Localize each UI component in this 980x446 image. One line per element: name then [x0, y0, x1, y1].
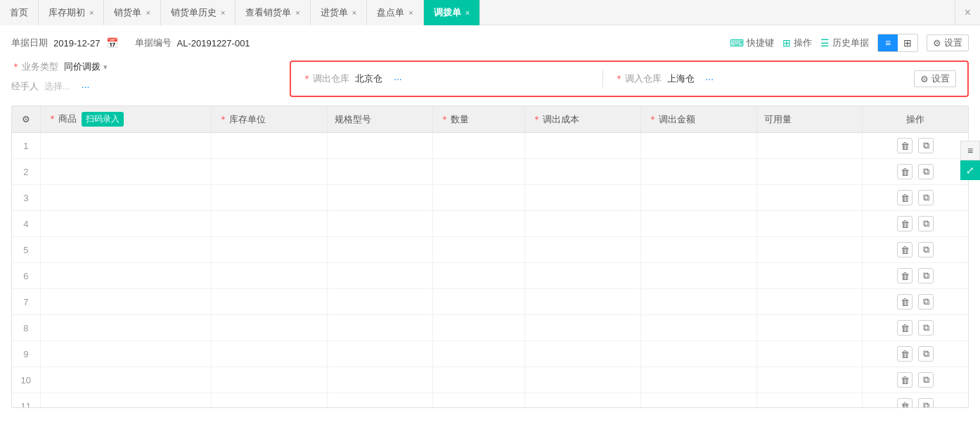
- spec-cell-5[interactable]: [327, 237, 432, 263]
- in-warehouse-more-button[interactable]: ···: [706, 73, 714, 84]
- delete-icon-8[interactable]: 🗑: [897, 320, 913, 336]
- copy-icon-4[interactable]: ⧉: [918, 216, 934, 231]
- spec-cell-9[interactable]: [327, 341, 432, 367]
- delete-icon-11[interactable]: 🗑: [897, 398, 913, 408]
- cost-cell-7[interactable]: [525, 289, 641, 315]
- copy-icon-7[interactable]: ⧉: [918, 294, 934, 310]
- qty-cell-2[interactable]: [432, 159, 524, 185]
- amount-cell-11[interactable]: [641, 393, 757, 409]
- tab-view-sales[interactable]: 查看销货单 ×: [236, 0, 310, 25]
- qty-cell-3[interactable]: [432, 185, 524, 211]
- spec-cell-1[interactable]: [327, 133, 432, 159]
- cost-cell-1[interactable]: [525, 133, 641, 159]
- tab-sales-history[interactable]: 销货单历史 ×: [161, 0, 236, 25]
- copy-icon-10[interactable]: ⧉: [918, 372, 934, 388]
- unit-cell-5[interactable]: [211, 237, 327, 263]
- product-cell-5[interactable]: [40, 237, 211, 263]
- delete-icon-9[interactable]: 🗑: [897, 346, 913, 362]
- tab-close-inventory-init[interactable]: ×: [89, 8, 94, 17]
- unit-cell-1[interactable]: [211, 133, 327, 159]
- amount-cell-4[interactable]: [641, 211, 757, 237]
- calendar-icon[interactable]: 📅: [106, 37, 118, 49]
- history-action[interactable]: ☰ 历史单据: [820, 37, 869, 49]
- delete-icon-4[interactable]: 🗑: [897, 216, 913, 231]
- delete-icon-2[interactable]: 🗑: [897, 164, 913, 179]
- product-cell-8[interactable]: [40, 315, 211, 341]
- qty-cell-8[interactable]: [432, 315, 524, 341]
- amount-cell-7[interactable]: [641, 289, 757, 315]
- out-warehouse-more-button[interactable]: ···: [394, 73, 402, 84]
- tab-close-inventory-check[interactable]: ×: [408, 8, 413, 17]
- window-close-button[interactable]: ×: [955, 0, 980, 25]
- tab-purchase[interactable]: 进货单 ×: [311, 0, 367, 25]
- copy-icon-2[interactable]: ⧉: [918, 164, 934, 179]
- shortcut-action[interactable]: ⌨ 快捷键: [730, 37, 774, 49]
- amount-cell-3[interactable]: [641, 185, 757, 211]
- col-settings[interactable]: ⚙: [12, 106, 40, 133]
- copy-icon-3[interactable]: ⧉: [918, 190, 934, 205]
- spec-cell-6[interactable]: [327, 263, 432, 289]
- spec-cell-7[interactable]: [327, 289, 432, 315]
- delete-icon-10[interactable]: 🗑: [897, 372, 913, 388]
- unit-cell-8[interactable]: [211, 315, 327, 341]
- amount-cell-1[interactable]: [641, 133, 757, 159]
- qty-cell-11[interactable]: [432, 393, 524, 409]
- cost-cell-8[interactable]: [525, 315, 641, 341]
- cost-cell-2[interactable]: [525, 159, 641, 185]
- cost-cell-9[interactable]: [525, 341, 641, 367]
- cost-cell-10[interactable]: [525, 367, 641, 393]
- operations-action[interactable]: ⊞ 操作: [782, 37, 812, 49]
- product-cell-1[interactable]: [40, 133, 211, 159]
- tab-close-sales-order[interactable]: ×: [146, 8, 150, 17]
- product-cell-6[interactable]: [40, 263, 211, 289]
- list-view-button[interactable]: ≡: [878, 34, 898, 51]
- settings-button[interactable]: ⚙ 设置: [927, 34, 969, 51]
- qty-cell-9[interactable]: [432, 341, 524, 367]
- unit-cell-7[interactable]: [211, 289, 327, 315]
- tab-inventory-init[interactable]: 库存期初 ×: [39, 0, 104, 25]
- sidebar-list-icon[interactable]: ≡: [960, 141, 980, 160]
- delete-icon-5[interactable]: 🗑: [897, 242, 913, 257]
- amount-cell-8[interactable]: [641, 315, 757, 341]
- product-cell-9[interactable]: [40, 341, 211, 367]
- qty-cell-1[interactable]: [432, 133, 524, 159]
- warehouse-settings-button[interactable]: ⚙ 设置: [914, 70, 956, 87]
- unit-cell-4[interactable]: [211, 211, 327, 237]
- copy-icon-5[interactable]: ⧉: [918, 242, 934, 257]
- tab-close-purchase[interactable]: ×: [352, 8, 356, 17]
- qty-cell-4[interactable]: [432, 211, 524, 237]
- spec-cell-3[interactable]: [327, 185, 432, 211]
- handler-value[interactable]: 选择...: [44, 80, 70, 93]
- spec-cell-8[interactable]: [327, 315, 432, 341]
- spec-cell-11[interactable]: [327, 393, 432, 409]
- spec-cell-4[interactable]: [327, 211, 432, 237]
- unit-cell-11[interactable]: [211, 393, 327, 409]
- qty-cell-7[interactable]: [432, 289, 524, 315]
- tab-transfer[interactable]: 调拨单 ×: [424, 0, 480, 25]
- copy-icon-1[interactable]: ⧉: [918, 138, 934, 153]
- copy-icon-8[interactable]: ⧉: [918, 320, 934, 336]
- product-cell-11[interactable]: [40, 393, 211, 409]
- handler-more-button[interactable]: ···: [82, 81, 90, 92]
- product-cell-4[interactable]: [40, 211, 211, 237]
- unit-cell-3[interactable]: [211, 185, 327, 211]
- sidebar-expand-icon[interactable]: ⤢: [960, 160, 980, 180]
- cost-cell-3[interactable]: [525, 185, 641, 211]
- amount-cell-2[interactable]: [641, 159, 757, 185]
- unit-cell-9[interactable]: [211, 341, 327, 367]
- cost-cell-5[interactable]: [525, 237, 641, 263]
- grid-view-button[interactable]: ⊞: [898, 34, 917, 51]
- qty-cell-6[interactable]: [432, 263, 524, 289]
- spec-cell-2[interactable]: [327, 159, 432, 185]
- product-cell-10[interactable]: [40, 367, 211, 393]
- unit-cell-6[interactable]: [211, 263, 327, 289]
- spec-cell-10[interactable]: [327, 367, 432, 393]
- amount-cell-9[interactable]: [641, 341, 757, 367]
- tab-close-transfer[interactable]: ×: [465, 8, 470, 17]
- qty-cell-10[interactable]: [432, 367, 524, 393]
- product-cell-7[interactable]: [40, 289, 211, 315]
- amount-cell-10[interactable]: [641, 367, 757, 393]
- tab-sales-order[interactable]: 销货单 ×: [104, 0, 160, 25]
- amount-cell-5[interactable]: [641, 237, 757, 263]
- delete-icon-6[interactable]: 🗑: [897, 268, 913, 283]
